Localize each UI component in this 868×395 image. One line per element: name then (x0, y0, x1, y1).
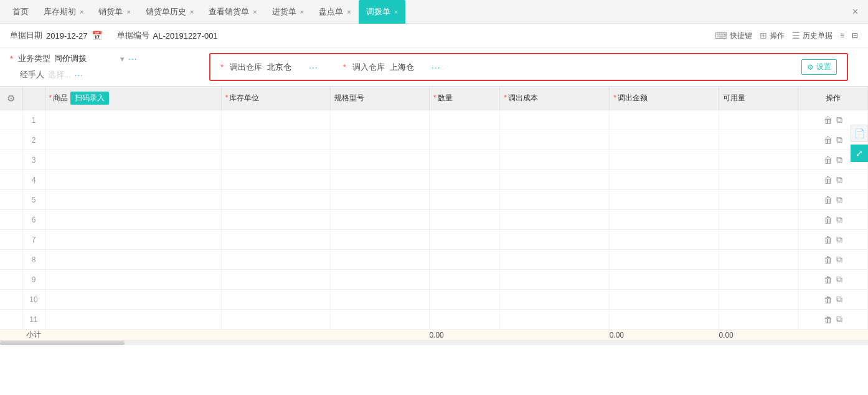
date-label: 单据日期 (10, 30, 42, 41)
warehouse-out-ellipsis[interactable]: ··· (309, 62, 318, 72)
business-type-ellipsis[interactable]: ··· (128, 54, 138, 64)
layout-btn2[interactable]: ⊟ (852, 31, 858, 40)
required-star-type: * (10, 54, 13, 64)
shortcuts-btn[interactable]: ⌨ 快捷键 (715, 31, 752, 41)
copy-icon[interactable]: ⧉ (836, 314, 842, 325)
copy-icon[interactable]: ⧉ (836, 254, 842, 265)
table-row: 10 🗑 ⧉ (0, 290, 868, 310)
th-cost: *调出成本 (500, 87, 610, 110)
table-container: ⚙ *商品 扫码录入 *库存单位 规格型号 *数量 *调出成本 *调出金额 可用… (0, 86, 868, 340)
handler-ellipsis[interactable]: ··· (75, 70, 84, 80)
delete-icon[interactable]: 🗑 (824, 315, 833, 325)
warehouse-in-value[interactable]: 上海仓 (390, 62, 414, 73)
tab-bar: 首页 库存期初 × 销货单 × 销货单历史 × 查看销货单 × 进货单 × 盘点… (0, 0, 868, 24)
table-row: 2 🗑 ⧉ (0, 130, 868, 150)
delete-icon[interactable]: 🗑 (824, 135, 833, 145)
tab-purchase[interactable]: 进货单 × (265, 0, 311, 24)
tab-view-sales[interactable]: 查看销货单 × (201, 0, 264, 24)
layout-btn1[interactable]: ≡ (840, 31, 844, 40)
warehouse-settings-btn[interactable]: ⚙ 设置 (801, 59, 837, 75)
operations-icon: ⊞ (760, 31, 767, 40)
delete-icon[interactable]: 🗑 (824, 115, 833, 125)
table-row: 1 🗑 ⧉ (0, 110, 868, 130)
business-type-row: * 业务类型 同价调拨 ▾ ··· (10, 53, 209, 64)
settings-col-header: ⚙ (0, 87, 22, 110)
copy-icon[interactable]: ⧉ (836, 194, 842, 205)
business-type-arrow[interactable]: ▾ (120, 54, 125, 64)
layout-icon2: ⊟ (852, 31, 858, 40)
table-row: 8 🗑 ⧉ (0, 250, 868, 270)
table-row: 6 🗑 ⧉ (0, 210, 868, 230)
tab-close-inventory-init[interactable]: × (80, 8, 83, 16)
operations-btn[interactable]: ⊞ 操作 (760, 31, 785, 41)
gear-icon: ⚙ (807, 63, 814, 72)
copy-icon[interactable]: ⧉ (836, 115, 842, 125)
table-row: 5 🗑 ⧉ (0, 190, 868, 210)
history-btn[interactable]: ☰ 历史单据 (792, 31, 833, 41)
delete-icon[interactable]: 🗑 (824, 155, 833, 165)
subtotal-cost: 0.00 (610, 330, 719, 341)
float-expand-btn[interactable]: ⤢ (851, 145, 868, 162)
table-settings-icon[interactable]: ⚙ (7, 93, 15, 103)
tab-close-transfer[interactable]: × (394, 8, 398, 16)
scroll-thumb[interactable] (0, 341, 125, 345)
handler-select[interactable]: 选择... (48, 69, 71, 80)
table-header-row: ⚙ *商品 扫码录入 *库存单位 规格型号 *数量 *调出成本 *调出金额 可用… (0, 87, 868, 110)
copy-icon[interactable]: ⧉ (836, 214, 842, 225)
th-num (22, 87, 45, 110)
table-body: 1 🗑 ⧉ 2 (0, 110, 868, 330)
delete-icon[interactable]: 🗑 (824, 295, 833, 305)
warehouse-in-field: * 调入仓库 上海仓 ··· (343, 62, 441, 73)
handler-row: 经手人 选择... ··· (10, 69, 209, 80)
handler-label: 经手人 (20, 69, 44, 80)
tab-sales[interactable]: 销货单 × (91, 0, 138, 24)
warehouse-out-field: * 调出仓库 北京仓 ··· (220, 62, 318, 73)
tab-sales-history[interactable]: 销货单历史 × (138, 0, 201, 24)
tab-close-purchase[interactable]: × (300, 8, 304, 16)
tab-close-sales-history[interactable]: × (190, 8, 194, 16)
required-star-in: * (343, 62, 346, 72)
subtotal-label: 小计 (22, 330, 45, 341)
tab-close-stocktake[interactable]: × (347, 8, 351, 16)
delete-icon[interactable]: 🗑 (824, 215, 833, 225)
th-spec: 规格型号 (331, 87, 429, 110)
subtotal-qty: 0.00 (429, 330, 499, 341)
warehouse-out-value[interactable]: 北京仓 (267, 62, 291, 73)
tab-transfer[interactable]: 调拨单 × (359, 0, 405, 24)
history-icon: ☰ (792, 31, 800, 40)
th-ops: 操作 (798, 87, 868, 110)
calendar-icon[interactable]: 📅 (92, 31, 102, 40)
delete-icon[interactable]: 🗑 (824, 255, 833, 265)
copy-icon[interactable]: ⧉ (836, 234, 842, 245)
table-row: 9 🗑 ⧉ (0, 270, 868, 290)
copy-icon[interactable]: ⧉ (836, 155, 842, 165)
business-type-label: 业务类型 (18, 53, 50, 64)
delete-icon[interactable]: 🗑 (824, 195, 833, 205)
scan-btn[interactable]: 扫码录入 (70, 92, 109, 105)
table-row: 3 🗑 ⧉ (0, 150, 868, 170)
layout-icon1: ≡ (840, 31, 844, 40)
table-row: 4 🗑 ⧉ (0, 170, 868, 190)
float-doc-btn[interactable]: 📄 (851, 125, 868, 142)
doc-icon: 📄 (854, 128, 865, 138)
business-type-value[interactable]: 同价调拨 (54, 53, 116, 64)
delete-icon[interactable]: 🗑 (824, 275, 833, 285)
delete-icon[interactable]: 🗑 (824, 175, 833, 185)
table-row: 7 🗑 ⧉ (0, 230, 868, 250)
toolbar-right: ⌨ 快捷键 ⊞ 操作 ☰ 历史单据 ≡ ⊟ (715, 31, 858, 41)
delete-icon[interactable]: 🗑 (824, 235, 833, 245)
code-field: 单据编号 AL-20191227-001 (117, 30, 218, 41)
copy-icon[interactable]: ⧉ (836, 274, 842, 285)
warehouse-in-ellipsis[interactable]: ··· (432, 62, 441, 72)
copy-icon[interactable]: ⧉ (836, 135, 842, 145)
horizontal-scrollbar[interactable] (0, 340, 868, 345)
tab-close-view-sales[interactable]: × (253, 8, 257, 16)
copy-icon[interactable]: ⧉ (836, 174, 842, 185)
copy-icon[interactable]: ⧉ (836, 294, 842, 305)
tab-stocktake[interactable]: 盘点单 × (311, 0, 358, 24)
warehouse-box: * 调出仓库 北京仓 ··· * 调入仓库 上海仓 ··· ⚙ 设置 (209, 53, 848, 81)
tab-home[interactable]: 首页 (5, 0, 36, 24)
tab-bar-close-btn[interactable]: × (847, 6, 863, 17)
tab-close-sales[interactable]: × (126, 8, 130, 16)
tab-inventory-init[interactable]: 库存期初 × (36, 0, 91, 24)
